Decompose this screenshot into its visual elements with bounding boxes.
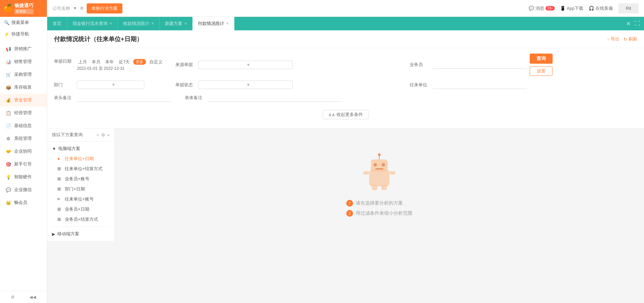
tab-receipt-close[interactable]: × xyxy=(151,21,154,26)
collapse-sidebar-icon[interactable]: ◀◀ xyxy=(29,295,36,300)
svg-point-3 xyxy=(382,163,385,166)
svg-rect-7 xyxy=(372,185,377,190)
app-download-label: App下载 xyxy=(567,5,583,11)
online-service-btn[interactable]: 🎧 在线客服 xyxy=(589,5,613,11)
sidebar-footer: ⚙ ◀◀ xyxy=(0,291,47,303)
app-download-btn[interactable]: 📱 App下载 xyxy=(560,5,583,11)
tab-payment-stats[interactable]: 付款情况统计 × xyxy=(193,17,234,30)
search-icon: 🔍 xyxy=(4,20,9,25)
sidebar-item-system[interactable]: ⚙ 系统管理 xyxy=(0,132,47,145)
sidebar-item-operations[interactable]: 📋 经营管理 xyxy=(0,107,47,119)
source-dropdown-icon: ▼ xyxy=(246,62,289,67)
panel-collapse-icon[interactable]: « xyxy=(107,132,110,138)
scheme-partner-settle[interactable]: ⊞ 往来单位+结算方式 xyxy=(47,164,114,174)
message-btn[interactable]: 💬 消息 99+ xyxy=(529,5,555,11)
sidebar-item-smart-hw[interactable]: 💡 智能硬件 xyxy=(0,171,47,183)
header-note-label: 表头备注 xyxy=(54,95,74,101)
filter-area: 单据日期 上月 本月 本年 近7天 更多 自定义 2022-01-01 至 20… xyxy=(47,48,644,128)
collapse-label: 收起更多条件 xyxy=(336,112,363,118)
scheme-salesperson-settle[interactable]: ⊞ 业务员+结算方式 xyxy=(47,214,114,224)
shortcut-icon: ⚡ xyxy=(4,32,9,37)
date-this-year[interactable]: 本年 xyxy=(104,58,115,66)
dropdown-icon[interactable]: ▼ xyxy=(73,6,77,11)
tab-maximize-icon[interactable]: ⛶ xyxy=(633,19,641,28)
sidebar-item-guide[interactable]: 🎯 新手引导 xyxy=(0,158,47,171)
date-custom[interactable]: 自定义 xyxy=(148,58,164,66)
salesperson-label: 业务员 xyxy=(410,62,430,68)
tab-close-all-icon[interactable]: ✕ xyxy=(625,19,632,28)
tab-new-scheme-close[interactable]: × xyxy=(184,21,187,26)
add-scheme-icon[interactable]: + xyxy=(96,132,99,138)
sidebar-item-inventory[interactable]: 📦 库存核算 xyxy=(0,81,47,94)
system-icon: ⚙ xyxy=(5,135,11,142)
query-btn[interactable]: 查询 xyxy=(530,54,553,64)
export-label: 导出 xyxy=(611,36,619,42)
avatar-text: Rit xyxy=(626,6,631,11)
basic-info-label: 基础信息 xyxy=(14,123,32,129)
dept-select[interactable]: ▼ xyxy=(77,81,144,89)
tip-2-text: 用过滤条件来缩小分析范围 xyxy=(356,210,412,216)
desktop-group-header[interactable]: ▼ 电脑端方案 xyxy=(47,144,114,154)
settings-footer-icon[interactable]: ⚙ xyxy=(11,295,15,300)
date-more[interactable]: 更多 xyxy=(133,59,146,65)
industry-btn[interactable]: 体验行业方案 xyxy=(87,3,122,13)
sidebar-item-purchase[interactable]: 🛒 采购管理 xyxy=(0,68,47,81)
date-range[interactable]: 2022-01-01 至 2022-12-31 xyxy=(77,66,164,71)
page-header: 付款情况统计（往来单位+日期） ↑ 导出 ↻ 刷新 xyxy=(47,30,644,48)
sidebar-search[interactable]: 🔍 搜索菜单 xyxy=(0,17,47,28)
header-note-input[interactable] xyxy=(77,94,171,102)
tab-receipt-stats[interactable]: 收款情况统计 × xyxy=(118,17,159,30)
date-last-month[interactable]: 上月 xyxy=(77,58,88,66)
svg-point-10 xyxy=(378,153,381,156)
filter-row-1: 单据日期 上月 本月 本年 近7天 更多 自定义 2022-01-01 至 20… xyxy=(54,54,637,76)
partner-input[interactable] xyxy=(433,81,527,89)
content-area: 按以下方案查询 + ⚙ « ▼ 电脑端方案 ● xyxy=(47,128,644,241)
scheme-dept-date[interactable]: ⊞ 部门+日期 xyxy=(47,184,114,194)
tab-home[interactable]: 首页 xyxy=(47,17,67,30)
salesperson-input[interactable] xyxy=(433,61,527,69)
collapse-btn[interactable]: ∧∧ 收起更多条件 xyxy=(323,110,369,119)
main-area: 公司名称 ▼ ⚙ 体验行业方案 💬 消息 99+ 📱 App下载 🎧 在线客服 xyxy=(47,0,644,303)
empty-state: 1 请先选择要分析的方案 2 用过滤条件来缩小分析范围 xyxy=(115,128,644,241)
scheme-salesperson-date[interactable]: ⊞ 业务员+日期 xyxy=(47,204,114,214)
sidebar-item-basic-info[interactable]: 📄 基础信息 xyxy=(0,119,47,132)
user-avatar[interactable]: Rit xyxy=(618,3,639,13)
sidebar-item-sales[interactable]: 📊 销售管理 xyxy=(0,55,47,68)
sidebar-item-marketing[interactable]: 📢 营销推广 xyxy=(0,42,47,55)
sidebar-item-wechat[interactable]: 💬 企业微信 xyxy=(0,183,47,196)
sidebar-item-member[interactable]: 👑 畅会员 xyxy=(0,196,47,209)
doc-status-select[interactable]: ▼ xyxy=(198,81,293,89)
scheme-grid-icon-1: ⊞ xyxy=(57,166,63,172)
export-btn[interactable]: ↑ 导出 xyxy=(607,36,620,42)
body-note-input[interactable] xyxy=(208,94,343,102)
panel-title: 按以下方案查询 xyxy=(52,132,83,138)
tab-payment-close[interactable]: × xyxy=(226,21,229,26)
scheme-partner-date[interactable]: ● 往来单位+日期 xyxy=(47,154,114,164)
sidebar-item-finance[interactable]: 💰 资金管理 xyxy=(0,94,47,107)
tab-bank-flow[interactable]: 现金银行流水查询 × xyxy=(67,17,118,30)
source-select[interactable]: ▼ xyxy=(198,61,293,69)
online-service-label: 在线客服 xyxy=(595,5,613,11)
tab-new-scheme[interactable]: 新建方案 × xyxy=(159,17,193,30)
scheme-partner-account-label: 往来单位+账号 xyxy=(65,196,94,202)
refresh-btn[interactable]: ↻ 刷新 xyxy=(623,36,637,42)
message-badge: 99+ xyxy=(546,6,555,10)
scheme-grid-icon-5: ⊞ xyxy=(57,217,63,222)
member-icon: 👑 xyxy=(5,200,11,206)
wechat-icon: 💬 xyxy=(5,187,11,193)
date-last-7[interactable]: 近7天 xyxy=(117,58,131,66)
guide-icon: 🎯 xyxy=(5,161,11,167)
settings-icon[interactable]: ⚙ xyxy=(80,6,84,11)
settings-btn[interactable]: 设置 xyxy=(530,66,553,76)
mobile-group-header[interactable]: ▶ 移动端方案 xyxy=(47,229,114,239)
date-this-month[interactable]: 本月 xyxy=(90,58,102,66)
empty-illustration xyxy=(359,153,400,193)
sidebar-item-enterprise[interactable]: 🤝 企业协同 xyxy=(0,145,47,158)
operations-label: 经营管理 xyxy=(14,110,32,116)
scheme-partner-account[interactable]: ≡ 往来单位+账号 xyxy=(47,194,114,204)
partner-label: 往来单位 xyxy=(410,82,430,88)
panel-settings-icon[interactable]: ⚙ xyxy=(101,132,105,138)
sidebar-item-shortcut[interactable]: ⚡ 快捷导航 xyxy=(0,28,47,40)
tab-bank-flow-close[interactable]: × xyxy=(110,21,112,26)
scheme-salesperson-account[interactable]: ⊞ 业务员+账号 xyxy=(47,174,114,184)
